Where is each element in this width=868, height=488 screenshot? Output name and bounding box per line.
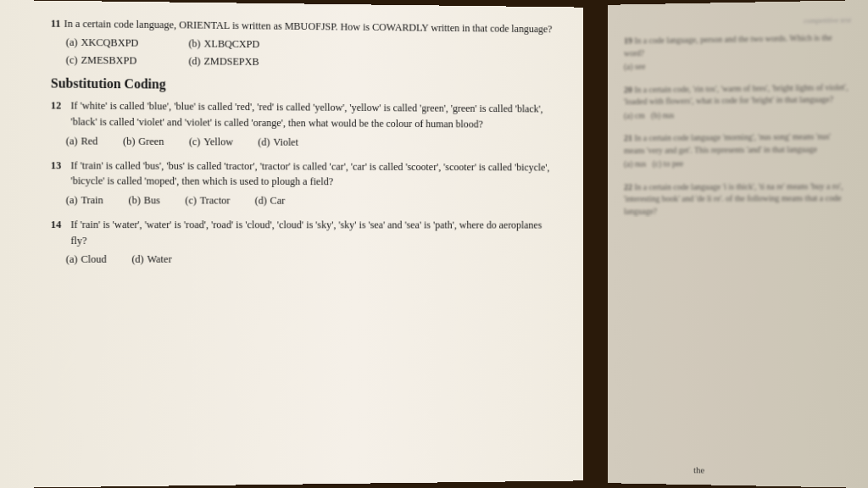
- q12-opt-b-label: (b): [123, 134, 135, 150]
- q14-number: 14: [51, 217, 61, 233]
- q11-option-c: (c) ZMESBXPD: [66, 52, 139, 68]
- q12-opt-a-value: Red: [81, 133, 97, 149]
- bottom-text: the: [693, 464, 704, 474]
- q13-option-c: (c) Tractor: [185, 193, 230, 209]
- q12-opt-c-label: (c): [189, 134, 201, 150]
- rq22-number: 22: [624, 182, 632, 191]
- rq22-text: In a certain code language 'i is thick',…: [624, 181, 843, 216]
- rq19-opt-a: (a) see: [624, 58, 851, 73]
- q11-opt-a-label: (a): [66, 35, 78, 51]
- right-question-21: 21 In a certain code language 'morning',…: [624, 130, 851, 170]
- q13-option-a: (a) Train: [66, 192, 103, 208]
- right-question-19: 19 In a code language, person and the tw…: [624, 30, 851, 73]
- q14-text: If 'rain' is 'water', 'water' is 'road',…: [70, 217, 559, 248]
- q11-options: (a) XKCQBXPD (c) ZMESBXPD (b) XLBQCXPD (…: [66, 35, 559, 73]
- q12-option-d: (d) Violet: [258, 134, 298, 150]
- q13-opt-b-label: (b): [128, 192, 140, 208]
- right-question-22: 22 In a certain code language 'i is thic…: [624, 180, 851, 218]
- question-12: 12 If 'white' is called 'blue', 'blue' i…: [51, 98, 559, 152]
- right-page-header: competitive test: [624, 15, 851, 28]
- q12-opt-a-label: (a): [66, 133, 78, 149]
- q11-option-d: (d) ZMDSEPXB: [188, 53, 259, 69]
- q11-opt-c-label: (c): [66, 52, 78, 68]
- q13-text: If 'train' is called 'bus', 'bus' is cal…: [70, 158, 559, 191]
- rq20-number: 20: [624, 85, 632, 94]
- q13-number: 13: [51, 158, 61, 174]
- q13-opt-d-label: (d): [255, 193, 267, 209]
- q14-opt-a-value: Cloud: [81, 252, 106, 268]
- q11-col-right: (b) XLBQCXPD (d) ZMDSEPXB: [188, 36, 259, 69]
- q14-options-partial: (a) Cloud (d) Water: [66, 252, 559, 268]
- q11-opt-d-value: ZMDSEPXB: [204, 53, 259, 69]
- q14-opt-a-label: (a): [66, 252, 78, 268]
- rq21-number: 21: [624, 133, 632, 142]
- q12-opt-b-value: Green: [138, 134, 164, 150]
- q12-options: (a) Red (b) Green (c) Yellow (d) Violet: [66, 133, 559, 152]
- q13-option-d: (d) Car: [255, 193, 286, 209]
- question-14: 14 If 'rain' is 'water', 'water' is 'roa…: [51, 217, 559, 268]
- q12-opt-d-label: (d): [258, 134, 270, 150]
- q13-opt-c-label: (c): [185, 193, 197, 209]
- q14-opt-d-label: (d): [131, 252, 143, 268]
- left-page: 11 In a certain code language, ORIENTAL …: [0, 0, 583, 488]
- q14-option-d: (d) Water: [131, 252, 171, 268]
- q11-option-b: (b) XLBQCXPD: [188, 36, 259, 52]
- q11-opt-b-value: XLBQCXPD: [204, 36, 260, 52]
- q11-opt-b-label: (b): [188, 36, 200, 52]
- book-spread: 11 In a certain code language, ORIENTAL …: [0, 0, 868, 488]
- rq19-number: 19: [624, 36, 632, 46]
- right-question-20: 20 In a certain code, 'rin tos', 'warm o…: [624, 80, 851, 122]
- q12-text: If 'white' is called 'blue', 'blue' is c…: [70, 98, 559, 133]
- q11-number: 11: [51, 16, 61, 32]
- q12-option-c: (c) Yellow: [189, 134, 233, 150]
- rq21-opts: (a) nus (c) to pee: [624, 157, 851, 170]
- q11-opt-a-value: XKCQBXPD: [81, 35, 138, 51]
- q11-opt-d-label: (d): [188, 53, 200, 69]
- q13-opt-a-value: Train: [81, 192, 103, 208]
- rq20-opts: (a) cm (b) nus: [624, 108, 851, 122]
- q12-option-b: (b) Green: [123, 134, 164, 150]
- q13-option-b: (b) Bus: [128, 192, 159, 208]
- q12-option-a: (a) Red: [66, 133, 98, 149]
- section-heading: Substitution Coding: [51, 76, 559, 96]
- q11-option-a: (a) XKCQBXPD: [66, 35, 139, 52]
- rq20-text: In a certain code, 'rin tos', 'warm of b…: [624, 82, 849, 106]
- q13-opt-d-value: Car: [270, 193, 286, 209]
- q13-opt-b-value: Bus: [144, 192, 160, 208]
- question-13: 13 If 'train' is called 'bus', 'bus' is …: [51, 158, 559, 209]
- question-11: 11 In a certain code language, ORIENTAL …: [51, 16, 559, 73]
- q11-col-left: (a) XKCQBXPD (c) ZMESBXPD: [66, 35, 139, 69]
- q13-options: (a) Train (b) Bus (c) Tractor (d) Car: [66, 192, 559, 209]
- q11-opt-c-value: ZMESBXPD: [81, 52, 136, 68]
- q12-number: 12: [51, 98, 61, 114]
- q13-opt-c-value: Tractor: [200, 193, 231, 209]
- q14-opt-d-value: Water: [147, 252, 172, 268]
- q13-opt-a-label: (a): [66, 192, 78, 208]
- q11-text: In a certain code language, ORIENTAL is …: [64, 16, 559, 37]
- rq19-text: In a code language, person and the two w…: [624, 33, 832, 58]
- right-page: competitive test 19 In a code language, …: [608, 0, 868, 488]
- q14-option-a: (a) Cloud: [66, 252, 107, 268]
- rq21-text: In a certain code language 'morning', 'n…: [624, 131, 831, 154]
- q12-opt-d-value: Violet: [273, 135, 298, 151]
- q12-opt-c-value: Yellow: [203, 134, 233, 150]
